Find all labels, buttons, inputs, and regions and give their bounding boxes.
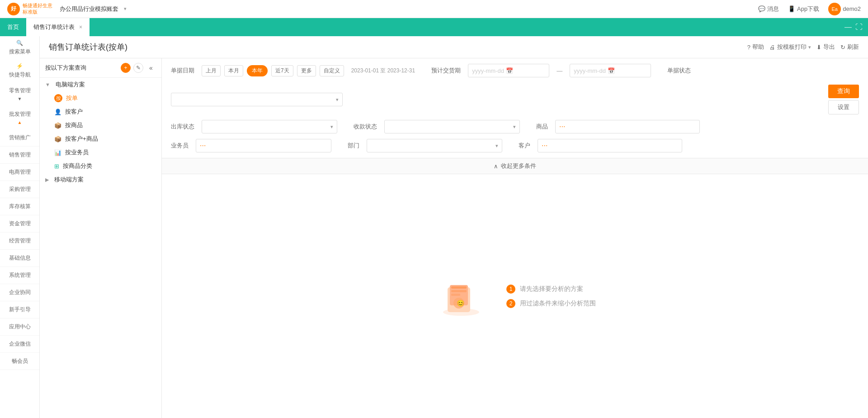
- tab-sales-order-label: 销售订单统计表: [33, 23, 75, 31]
- by-customer-icon: 👤: [54, 109, 61, 115]
- receive-select[interactable]: ▾: [384, 120, 520, 133]
- tab-bar: 首页 销售订单统计表 × — ⛶: [0, 18, 868, 36]
- tree-pc-section[interactable]: ▼ 电脑端方案: [40, 78, 161, 91]
- dept-select[interactable]: ▾: [367, 139, 502, 152]
- sidebar-item-enterprise[interactable]: 企业协同: [0, 284, 39, 301]
- expected-date-end[interactable]: yyyy-mm-dd 📅: [570, 64, 651, 77]
- empty-content: 😊 1 请先选择要分析的方案 2 用过滤条件来缩小分析范围: [434, 274, 596, 319]
- status-select[interactable]: ▾: [171, 93, 343, 106]
- sidebar-item-sales[interactable]: 销售管理: [0, 147, 39, 164]
- date-range-text: 2023-01-01 至 2023-12-31: [351, 67, 415, 75]
- user-area[interactable]: Ea demo2: [828, 3, 861, 15]
- date-btn-thisyear[interactable]: 本年: [247, 65, 268, 76]
- sidebar-item-purchase[interactable]: 采购管理: [0, 181, 39, 198]
- top-bar: 好 畅捷通好生意 标准版 办公用品行业模拟账套 ▾ 💬 消息 📱 App下载 E…: [0, 0, 868, 18]
- panel-toolbar: + ✎ «: [121, 63, 156, 73]
- panel-add-btn[interactable]: +: [121, 63, 131, 73]
- query-btn[interactable]: 查询: [828, 85, 859, 98]
- tree-item-by-goods[interactable]: 📦 按商品: [40, 119, 161, 132]
- sidebar-item-finance[interactable]: 资金管理: [0, 215, 39, 233]
- retail-label: 零售管理: [9, 87, 31, 95]
- panel-collapse-btn[interactable]: «: [146, 63, 156, 73]
- sidebar-item-wholesale[interactable]: 批发管理 ▲: [0, 106, 39, 129]
- sidebar-item-appcenter[interactable]: 应用中心: [0, 318, 39, 336]
- collapse-chevron-icon: ∧: [494, 163, 498, 170]
- filter-row-3: 业务员 ··· 部门 ▾ 客户 ···: [171, 139, 859, 152]
- step-1-text: 请先选择要分析的方案: [520, 285, 583, 293]
- ecommerce-label: 电商管理: [9, 168, 31, 176]
- sidebar-item-marketing[interactable]: 营销推广: [0, 129, 39, 147]
- calendar-icon-2: 📅: [608, 67, 615, 74]
- shipping-select[interactable]: ▾: [202, 120, 337, 133]
- message-btn[interactable]: 💬 消息: [758, 5, 779, 13]
- expected-date-start[interactable]: yyyy-mm-dd 📅: [468, 64, 549, 77]
- sidebar-item-ecommerce[interactable]: 电商管理: [0, 164, 39, 181]
- print-btn[interactable]: 🖨 按模板打印 ▾: [769, 43, 811, 51]
- empty-step-2: 2 用过滤条件来缩小分析范围: [506, 299, 596, 308]
- sales-dots-btn[interactable]: ···: [200, 142, 206, 150]
- left-panel-title: 按以下方案查询: [45, 64, 86, 72]
- sidebar-search[interactable]: 🔍 搜索菜单: [0, 36, 39, 59]
- logo-text: 畅捷通好生意 标准版: [23, 3, 52, 14]
- date-btn-custom[interactable]: 自定义: [320, 65, 344, 76]
- tree-mobile-section[interactable]: ▶ 移动端方案: [40, 173, 161, 186]
- sidebar-item-inventory[interactable]: 库存核算: [0, 198, 39, 215]
- by-category-label: 按商品分类: [63, 162, 92, 170]
- download-btn[interactable]: 📱 App下载: [788, 5, 819, 13]
- calendar-icon-1: 📅: [506, 67, 513, 74]
- tab-minimize-icon[interactable]: —: [844, 23, 852, 31]
- edit-icon: ✎: [136, 65, 141, 71]
- tree-item-by-category[interactable]: ⊞ 按商品分类: [40, 159, 161, 173]
- sidebar-item-wechat[interactable]: 企业微信: [0, 336, 39, 353]
- print-label: 按模板打印: [777, 43, 807, 51]
- export-btn[interactable]: ⬇ 导出: [816, 43, 835, 51]
- goods-input[interactable]: ···: [555, 120, 700, 133]
- app-title-dropdown[interactable]: ▾: [124, 6, 127, 12]
- tab-home[interactable]: 首页: [0, 18, 26, 36]
- date-btn-more[interactable]: 更多: [297, 65, 316, 76]
- top-bar-left: 好 畅捷通好生意 标准版 办公用品行业模拟账套 ▾: [7, 3, 127, 15]
- avatar: Ea: [828, 3, 841, 15]
- sidebar-item-retail[interactable]: 零售管理 ▼: [0, 82, 39, 106]
- date-btn-7days[interactable]: 近7天: [271, 65, 293, 76]
- sidebar-item-member[interactable]: 畅会员: [0, 353, 39, 370]
- collapse-bar[interactable]: ∧ 收起更多条件: [162, 158, 868, 174]
- tab-sales-order[interactable]: 销售订单统计表 ×: [26, 18, 90, 36]
- tree-item-by-customer[interactable]: 👤 按客户: [40, 105, 161, 119]
- refresh-btn[interactable]: ↻ 刷新: [840, 43, 859, 51]
- pc-section-chevron: ▼: [45, 82, 50, 87]
- content-area: 销售订单统计表(按单) ? 帮助 🖨 按模板打印 ▾ ⬇ 导出 ↻ 刷新: [40, 36, 868, 418]
- sidebar-item-system[interactable]: 系统管理: [0, 267, 39, 284]
- mobile-section-label: 移动端方案: [54, 176, 84, 184]
- step-2-num: 2: [506, 299, 515, 308]
- tab-expand-icon[interactable]: ⛶: [855, 23, 863, 31]
- left-panel: 按以下方案查询 + ✎ « ▼ 电脑端方案 按 按单: [40, 58, 162, 418]
- tree-item-by-customer-goods[interactable]: 📦 按客户+商品: [40, 132, 161, 146]
- print-dropdown-icon[interactable]: ▾: [808, 44, 811, 50]
- panel-edit-btn[interactable]: ✎: [133, 63, 143, 73]
- svg-rect-5: [451, 294, 460, 296]
- sidebar-quick-nav[interactable]: ⚡ 快捷导航: [0, 59, 39, 82]
- customer-dots-btn[interactable]: ···: [542, 142, 547, 150]
- help-btn[interactable]: ? 帮助: [747, 43, 764, 51]
- goods-dots-btn[interactable]: ···: [559, 123, 565, 131]
- tab-close-btn[interactable]: ×: [79, 24, 82, 30]
- empty-area: 😊 1 请先选择要分析的方案 2 用过滤条件来缩小分析范围: [162, 174, 868, 418]
- customer-input[interactable]: ···: [538, 139, 682, 152]
- sidebar-item-operations[interactable]: 经营管理: [0, 233, 39, 250]
- sidebar-item-newbie[interactable]: 新手引导: [0, 301, 39, 318]
- by-order-icon: 按: [54, 94, 62, 102]
- date-separator: —: [557, 67, 562, 74]
- date-btn-lastmonth[interactable]: 上月: [202, 65, 221, 76]
- settings-btn[interactable]: 设置: [828, 100, 859, 114]
- sales-input[interactable]: ···: [196, 139, 331, 152]
- retail-arrow: ▼: [18, 96, 22, 101]
- purchase-label: 采购管理: [9, 185, 31, 193]
- by-customer-label: 按客户: [65, 108, 83, 116]
- tree-item-by-order[interactable]: 按 按单: [40, 91, 161, 105]
- date-btn-thismonth[interactable]: 本月: [224, 65, 243, 76]
- finance-label: 资金管理: [9, 220, 31, 228]
- tree-item-by-salesman[interactable]: 📊 按业务员: [40, 146, 161, 159]
- search-icon: 🔍: [16, 40, 23, 46]
- sidebar-item-basic[interactable]: 基础信息: [0, 250, 39, 267]
